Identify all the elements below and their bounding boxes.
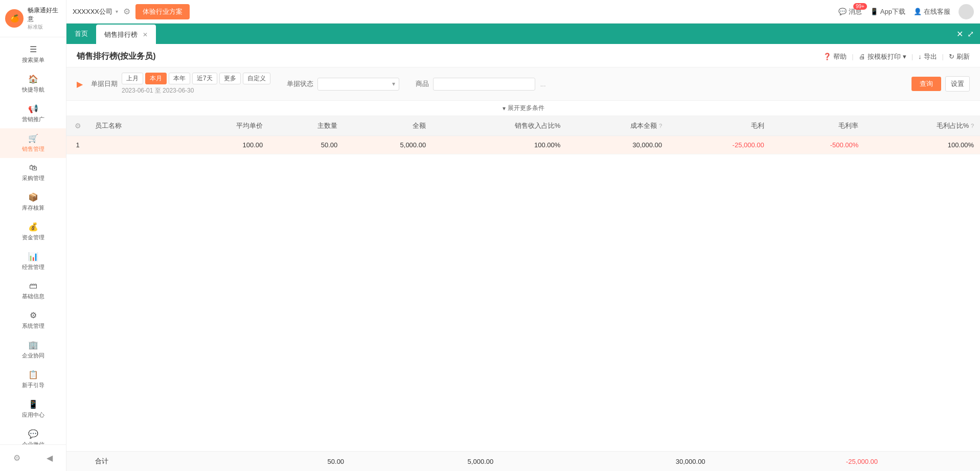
- export-icon: ↓: [918, 53, 922, 60]
- summary-cost: 30,000.00: [548, 452, 711, 471]
- help-btn[interactable]: ❓ 帮助: [823, 52, 847, 61]
- sidebar-icon-marketing: 📢: [28, 104, 38, 114]
- goods-more-icon[interactable]: ...: [540, 80, 546, 88]
- summary-empty1: [66, 452, 89, 471]
- template-print-btn[interactable]: 🖨 按模板打印 ▾: [859, 52, 906, 61]
- main-area: XXXXXX公司 ▾ ⚙ 体验行业方案 💬 消息 99+ 📱 App下载 👤 在…: [66, 0, 980, 471]
- export-btn[interactable]: ↓ 导出: [918, 52, 937, 61]
- app-download-btn[interactable]: 📱 App下载: [870, 7, 905, 16]
- topbar-settings-icon[interactable]: ⚙: [123, 7, 130, 16]
- summary-table: 合计 50.00 5,000.00 30,000.00 -25,000.00: [66, 452, 980, 471]
- divider1: |: [852, 53, 853, 60]
- refresh-btn[interactable]: ↻ 刷新: [949, 52, 970, 61]
- tab-sales-rank[interactable]: 销售排行榜 ✕: [96, 25, 156, 45]
- online-service-btn[interactable]: 👤 在线客服: [914, 7, 950, 16]
- sidebar-item-enterprise[interactable]: 🏢 企业协同: [0, 335, 66, 365]
- goods-filter-label: 商品: [416, 79, 429, 88]
- settings-icon[interactable]: ⚙: [10, 450, 24, 466]
- page-header: 销售排行榜(按业务员) ❓ 帮助 | 🖨 按模板打印 ▾ | ↓ 导出 |: [66, 44, 980, 68]
- sidebar-item-purchase[interactable]: 🛍 采购管理: [0, 158, 66, 187]
- sidebar-item-app-center[interactable]: 📱 应用中心: [0, 394, 66, 424]
- sidebar-logo: 🍊 畅康通好生意 标准版: [0, 0, 66, 37]
- topbar: XXXXXX公司 ▾ ⚙ 体验行业方案 💬 消息 99+ 📱 App下载 👤 在…: [66, 0, 980, 24]
- filter-right-group: 查询 设置: [911, 76, 970, 92]
- sidebar: 🍊 畅康通好生意 标准版 ☰ 搜索菜单 🏠 快捷导航 📢 营销推广 🛒 销售管理…: [0, 0, 66, 471]
- divider2: |: [911, 53, 913, 60]
- filter-toggle-btn[interactable]: ▶: [77, 79, 83, 89]
- date-range-display: 2023-06-01 至 2023-06-30: [122, 86, 270, 95]
- sidebar-item-inventory[interactable]: 📦 库存核算: [0, 187, 66, 217]
- cell-amount: 5,000.00: [344, 136, 432, 154]
- tab-close-icon[interactable]: ✕: [143, 31, 148, 38]
- sidebar-icon-basic-info: 🗃: [29, 281, 37, 290]
- table-header-row: ⚙ 员工名称 平均单价 主数量 全额: [66, 116, 980, 136]
- sidebar-label-search-order: 搜索菜单: [22, 56, 44, 64]
- cell-gross: -25,000.00: [668, 136, 770, 154]
- sidebar-item-sales[interactable]: 🛒 销售管理: [0, 128, 66, 158]
- sidebar-label-finance: 资金管理: [22, 234, 44, 241]
- date-filter-group: 上月 本月 本年 近7天 更多 自定义 2023-06-01 至 2023-06…: [122, 73, 270, 95]
- service-label: 在线客服: [924, 7, 950, 16]
- company-name: XXXXXX公司: [73, 7, 112, 16]
- sidebar-icon-inventory: 📦: [28, 192, 38, 202]
- gross-pct-help-icon[interactable]: ?: [971, 123, 974, 129]
- sidebar-item-wechat[interactable]: 💬 企业微信: [0, 424, 66, 444]
- message-btn[interactable]: 💬 消息 99+: [838, 7, 862, 16]
- summary-gross: -25,000.00: [712, 452, 884, 471]
- sidebar-item-finance[interactable]: 💰 资金管理: [0, 217, 66, 246]
- goods-input[interactable]: [433, 78, 535, 91]
- sidebar-item-basic-info[interactable]: 🗃 基础信息: [0, 276, 66, 305]
- summary-gross-pct: [932, 452, 980, 471]
- service-icon: 👤: [914, 8, 922, 15]
- sidebar-icon-finance: 💰: [28, 222, 38, 232]
- sidebar-label-sales: 销售管理: [22, 145, 44, 153]
- col-gross: 毛利: [668, 116, 770, 136]
- sidebar-item-system[interactable]: ⚙ 系统管理: [0, 305, 66, 335]
- refresh-icon: ↻: [949, 53, 954, 60]
- date-filter-label: 单据日期: [91, 79, 118, 88]
- help-icon: ❓: [823, 53, 831, 60]
- cell-quantity: 50.00: [269, 136, 344, 154]
- status-filter-label: 单据状态: [287, 79, 313, 88]
- custom-date-btn[interactable]: 自定义: [243, 73, 270, 84]
- col-name: 员工名称: [89, 116, 179, 136]
- sidebar-item-operations[interactable]: 📊 经营管理: [0, 246, 66, 276]
- tab-home-label: 首页: [75, 29, 88, 38]
- date-filter: 单据日期 上月 本月 本年 近7天 更多 自定义 2023-06-01 至 20…: [91, 73, 270, 95]
- sidebar-item-search-order[interactable]: ☰ 搜索菜单: [0, 39, 66, 69]
- tab-home[interactable]: 首页: [66, 24, 96, 44]
- collapse-icon[interactable]: ◀: [43, 450, 56, 466]
- status-select[interactable]: [317, 78, 399, 91]
- filter-settings-btn[interactable]: 设置: [945, 76, 970, 92]
- this-month-btn[interactable]: 本月: [145, 73, 167, 84]
- tab-close-all-icon[interactable]: ✕: [956, 29, 963, 39]
- sidebar-bottom: ⚙ ◀: [0, 444, 66, 471]
- company-selector[interactable]: XXXXXX公司 ▾: [73, 7, 118, 16]
- sidebar-nav: ☰ 搜索菜单 🏠 快捷导航 📢 营销推广 🛒 销售管理 🛍 采购管理 📦 库存核…: [0, 37, 66, 444]
- sidebar-item-guide[interactable]: 📋 新手引导: [0, 365, 66, 394]
- data-table: ⚙ 员工名称 平均单价 主数量 全额: [66, 116, 980, 154]
- sidebar-label-inventory: 库存核算: [22, 204, 44, 212]
- page-title: 销售排行榜(按业务员): [77, 51, 156, 62]
- summary-quantity: 50.00: [237, 452, 350, 471]
- cell-name: [89, 136, 179, 154]
- sidebar-item-quick-nav[interactable]: 🏠 快捷导航: [0, 69, 66, 99]
- more-date-btn[interactable]: 更多: [219, 73, 241, 84]
- prev-month-btn[interactable]: 上月: [122, 73, 143, 84]
- expand-conditions-btn[interactable]: ▾ 展开更多条件: [503, 104, 544, 113]
- table-footer: 合计 50.00 5,000.00 30,000.00 -25,000.00: [66, 451, 980, 471]
- sidebar-label-wechat: 企业微信: [22, 441, 44, 444]
- query-btn[interactable]: 查询: [911, 77, 941, 91]
- logo-title: 畅康通好生意: [28, 6, 61, 24]
- user-avatar[interactable]: [959, 4, 974, 19]
- cost-help-icon[interactable]: ?: [659, 123, 662, 129]
- tab-expand-icon[interactable]: ⤢: [967, 29, 974, 39]
- trial-btn[interactable]: 体验行业方案: [135, 4, 190, 19]
- sidebar-item-marketing[interactable]: 📢 营销推广: [0, 99, 66, 128]
- status-select-wrapper: [317, 78, 399, 91]
- this-year-btn[interactable]: 本年: [169, 73, 190, 84]
- col-settings-icon[interactable]: ⚙: [75, 122, 81, 130]
- last7-btn[interactable]: 近7天: [192, 73, 217, 84]
- tab-sales-rank-label: 销售排行榜: [104, 30, 138, 39]
- tabbar: 首页 销售排行榜 ✕ ✕ ⤢: [66, 24, 980, 44]
